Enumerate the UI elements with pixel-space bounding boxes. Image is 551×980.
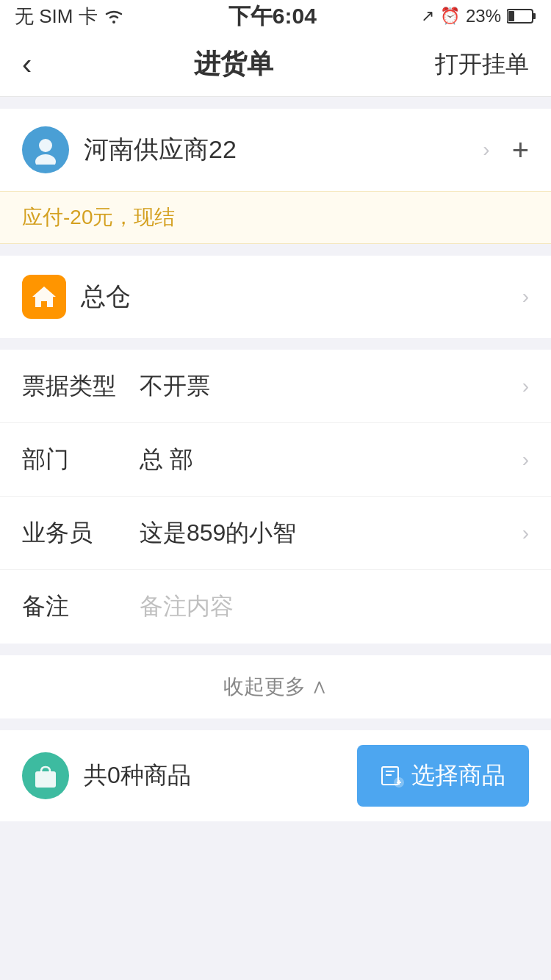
- svg-point-0: [112, 21, 115, 24]
- status-bar: 无 SIM 卡 下午6:04 ↗ ⏰ 23%: [0, 0, 551, 32]
- warehouse-name: 总仓: [81, 280, 522, 314]
- department-row[interactable]: 部门 总 部 ›: [0, 423, 551, 497]
- collapse-row[interactable]: 收起更多 ∧: [0, 655, 551, 718]
- invoice-type-value: 不开票: [140, 370, 522, 403]
- svg-point-5: [35, 154, 56, 165]
- remark-row[interactable]: 备注 备注内容: [0, 570, 551, 644]
- notice-bar: 应付-20元，现结: [0, 191, 551, 244]
- svg-rect-3: [508, 11, 514, 21]
- battery-icon: [507, 8, 536, 24]
- status-left: 无 SIM 卡: [15, 4, 124, 29]
- department-value: 总 部: [140, 444, 522, 476]
- supplier-section: 河南供应商22 › + 应付-20元，现结: [0, 109, 551, 244]
- salesperson-chevron-icon: ›: [522, 522, 529, 545]
- invoice-type-chevron-icon: ›: [522, 375, 529, 398]
- wifi-icon: [104, 8, 124, 24]
- page-background: [0, 821, 551, 980]
- supplier-name: 河南供应商22: [84, 133, 483, 167]
- warehouse-chevron-icon: ›: [522, 285, 529, 309]
- salesperson-row[interactable]: 业务员 这是859的小智 ›: [0, 497, 551, 570]
- open-pending-button[interactable]: 打开挂单: [435, 48, 529, 81]
- notice-text: 应付-20元，现结: [22, 206, 175, 228]
- status-right: ↗ ⏰ 23%: [421, 6, 536, 26]
- collapse-label: 收起更多 ∧: [223, 673, 328, 701]
- svg-point-4: [39, 139, 52, 152]
- supplier-actions: › +: [483, 134, 529, 167]
- department-label: 部门: [22, 444, 140, 476]
- location-icon: ↗: [421, 7, 434, 26]
- salesperson-value: 这是859的小智: [140, 517, 522, 550]
- invoice-type-row[interactable]: 票据类型 不开票 ›: [0, 350, 551, 423]
- carrier-label: 无 SIM 卡: [15, 4, 98, 29]
- nav-bar: ‹ 进货单 打开挂单: [0, 32, 551, 97]
- warehouse-row[interactable]: 总仓 ›: [0, 256, 551, 338]
- form-section: 票据类型 不开票 › 部门 总 部 › 业务员 这是859的小智 › 备注 备注…: [0, 350, 551, 644]
- add-supplier-button[interactable]: +: [512, 134, 529, 167]
- supplier-chevron-icon: ›: [483, 138, 489, 162]
- remark-input[interactable]: 备注内容: [140, 591, 529, 623]
- top-divider: [0, 97, 551, 109]
- shopping-bag-icon: [31, 761, 60, 790]
- department-chevron-icon: ›: [522, 448, 529, 472]
- warehouse-icon: [22, 275, 66, 319]
- product-count-label: 共0种商品: [84, 760, 342, 792]
- invoice-type-label: 票据类型: [22, 370, 140, 403]
- product-icon: [22, 752, 69, 799]
- alarm-icon: ⏰: [440, 7, 460, 26]
- back-button[interactable]: ‹: [22, 48, 32, 81]
- select-product-icon: [381, 764, 404, 788]
- select-product-label: 选择商品: [411, 760, 505, 792]
- person-icon: [31, 135, 60, 165]
- svg-marker-6: [32, 287, 56, 307]
- battery-label: 23%: [466, 6, 501, 26]
- supplier-avatar: [22, 126, 69, 173]
- page-title: 进货单: [194, 46, 273, 82]
- svg-rect-2: [533, 13, 536, 19]
- remark-label: 备注: [22, 591, 140, 623]
- select-product-button[interactable]: 选择商品: [357, 745, 529, 807]
- bottom-bar: 共0种商品 选择商品: [0, 730, 551, 821]
- salesperson-label: 业务员: [22, 517, 140, 550]
- svg-rect-7: [35, 771, 56, 788]
- status-time: 下午6:04: [228, 1, 317, 32]
- house-icon: [31, 284, 57, 310]
- supplier-row[interactable]: 河南供应商22 › +: [0, 109, 551, 191]
